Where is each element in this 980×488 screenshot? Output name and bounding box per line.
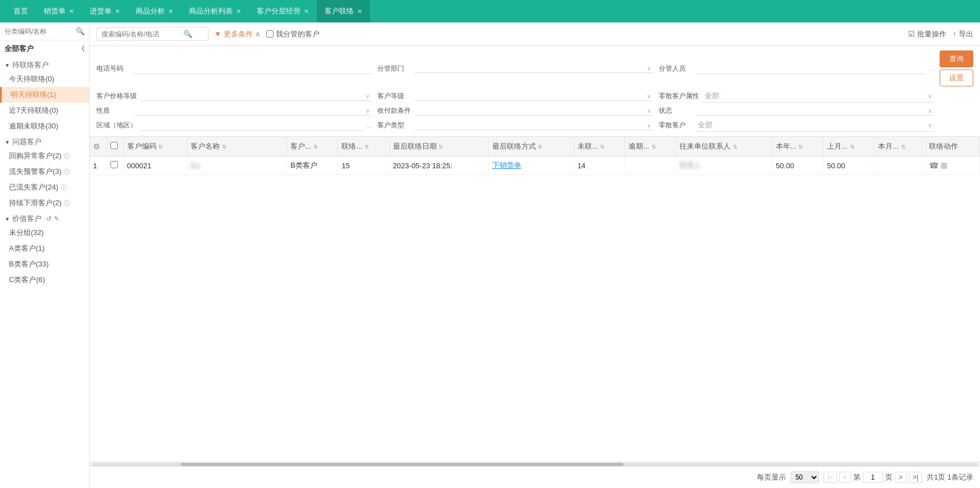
nav-customer-tiering[interactable]: 客户分层经营 ✕ <box>249 0 317 22</box>
customer-level-select[interactable]: ∨ <box>414 92 653 101</box>
refresh-icon[interactable]: ↺ <box>46 215 52 223</box>
more-conditions-btn[interactable]: ▼ 更多条件 ∧ <box>214 29 261 39</box>
sidebar-search-area: 🔍 <box>0 22 89 40</box>
search-input[interactable] <box>101 30 180 38</box>
payment-select[interactable]: ∨ <box>414 107 653 116</box>
contact-action-icon[interactable]: ☎ <box>929 161 939 170</box>
sort-icon-type[interactable]: ⇅ <box>313 144 318 150</box>
sidebar-churn-warning[interactable]: 流失预警客户(3) ⓘ <box>0 164 89 179</box>
search-icon[interactable]: 🔍 <box>183 30 192 38</box>
th-this-month: 本月... ⇅ <box>875 137 926 156</box>
select-all-checkbox[interactable] <box>110 142 118 149</box>
nature-select[interactable]: ∨ <box>133 107 372 116</box>
nav-customer-contact[interactable]: 客户联络 ✕ <box>317 0 370 22</box>
page-size-select[interactable]: 50 100 200 <box>791 471 819 484</box>
more-btn-2[interactable]: ... <box>367 122 372 129</box>
sort-icon-name[interactable]: ⇅ <box>222 144 226 150</box>
nav-product-analysis[interactable]: 商品分析 ✕ <box>128 0 181 22</box>
export-btn[interactable]: ↑ 导出 <box>953 29 974 39</box>
group-problem-customers[interactable]: ▼ 问题客户 <box>0 134 89 148</box>
th-last-date: 最后联络日期 ⇅ <box>389 137 488 156</box>
sidebar-declining[interactable]: 持续下滑客户(2) ⓘ <box>0 195 89 211</box>
row-overdue <box>625 156 676 175</box>
retail-customer-select[interactable]: 全部 ∨ <box>696 119 934 132</box>
nav-product-analysis-close[interactable]: ✕ <box>168 8 173 15</box>
sidebar-a-class[interactable]: A类客户(1) <box>0 241 89 256</box>
sort-icon-code[interactable]: ⇅ <box>158 144 163 150</box>
horizontal-scrollbar[interactable] <box>90 462 980 466</box>
sidebar-repurchase-abnormal[interactable]: 回购异常客户(2) ⓘ <box>0 148 89 164</box>
prev-page-btn[interactable]: < <box>839 472 851 483</box>
sort-icon-method[interactable]: ⇅ <box>538 144 542 150</box>
sort-icon-person[interactable]: ⇅ <box>733 144 737 150</box>
filter-phone: 电话号码 <box>96 63 372 74</box>
filter-row-2: 客户价格等级 ∨ 客户等级 ∨ 零散客户属性 全部 ∨ <box>96 90 973 103</box>
sidebar-ungrouped[interactable]: 未分组(32) <box>0 225 89 241</box>
sort-icon-contact[interactable]: ⇅ <box>364 144 369 150</box>
scrollbar-thumb[interactable] <box>181 463 623 466</box>
scrollbar-track <box>92 463 978 466</box>
sidebar-search-input[interactable] <box>4 27 73 35</box>
dept-select[interactable]: ∨ <box>414 64 653 73</box>
pagination: |< < 第 页 > >| <box>824 472 922 483</box>
nav-sales-order[interactable]: 销货单 ✕ <box>36 0 82 22</box>
my-customers-checkbox[interactable] <box>266 30 274 38</box>
last-page-btn[interactable]: >| <box>909 472 922 483</box>
nav-customer-tiering-close[interactable]: ✕ <box>304 8 309 15</box>
batch-op-btn[interactable]: ☑ 批量操作 <box>908 29 946 39</box>
first-page-btn[interactable]: |< <box>824 472 837 483</box>
sidebar-churned[interactable]: 已流失客户(24) ⓘ <box>0 179 89 195</box>
th-action: 联络动作 <box>926 137 980 156</box>
group-value-customers[interactable]: ▼ 价值客户 ↺ ✎ <box>0 211 89 225</box>
nav-home[interactable]: 首页 <box>6 0 36 22</box>
group-pending-contact[interactable]: ▼ 待联络客户 <box>0 57 89 71</box>
export-icon: ↑ <box>953 30 957 38</box>
row-contact-person: 联系人 <box>676 156 773 175</box>
th-name: 客户名称 ⇅ <box>187 137 287 156</box>
retail-attr-select[interactable]: 全部 ∨ <box>702 90 934 103</box>
edit-icon[interactable]: ✎ <box>54 215 59 223</box>
more-btn-1[interactable]: ... <box>929 65 934 72</box>
sort-icon-no-contact[interactable]: ⇅ <box>600 144 604 150</box>
sort-icon-date[interactable]: ⇅ <box>438 144 443 150</box>
sidebar-search-icon[interactable]: 🔍 <box>76 27 85 35</box>
nav-customer-contact-close[interactable]: ✕ <box>357 8 362 15</box>
nav-product-analysis-list[interactable]: 商品分析列表 ✕ <box>181 0 249 22</box>
filter-status: 状态 ∨ <box>659 106 934 116</box>
sort-icon-overdue[interactable]: ⇅ <box>651 144 656 150</box>
row-select-checkbox[interactable] <box>110 161 118 168</box>
sort-icon-year[interactable]: ⇅ <box>798 144 803 150</box>
phone-input[interactable] <box>133 63 372 74</box>
manager-input[interactable] <box>696 63 926 74</box>
gear-icon[interactable]: ⚙ <box>93 142 100 151</box>
query-button[interactable]: 查询 <box>940 50 973 67</box>
nav-purchase-order-close[interactable]: ✕ <box>115 8 120 15</box>
next-page-btn[interactable]: > <box>895 472 907 483</box>
sidebar-tomorrow-contact[interactable]: 明天待联络(1) <box>0 87 89 103</box>
collapse-icon: 《 <box>78 44 85 54</box>
set-button[interactable]: 设置 <box>940 70 973 86</box>
sidebar-c-class[interactable]: C类客户(6) <box>0 272 89 288</box>
more-action-icon[interactable]: ⊞ <box>941 161 947 170</box>
all-customers-header[interactable]: 全部客户 《 <box>0 40 89 57</box>
sidebar-overdue-contact[interactable]: 逾期未联络(30) <box>0 118 89 134</box>
nav-purchase-order[interactable]: 进货单 ✕ <box>82 0 128 22</box>
customer-type-select[interactable]: ∨ <box>414 121 653 130</box>
filter-manager: 分管人员 ... <box>659 63 934 74</box>
sort-icon-tmonth[interactable]: ⇅ <box>901 144 905 150</box>
sidebar-b-class[interactable]: B类客户(33) <box>0 256 89 272</box>
nav-sales-order-close[interactable]: ✕ <box>69 8 74 15</box>
page-input[interactable] <box>863 472 883 483</box>
row-index: 1 <box>90 156 107 175</box>
sidebar-7days-contact[interactable]: 近7天待联络(0) <box>0 103 89 118</box>
sidebar-today-contact[interactable]: 今天待联络(0) <box>0 71 89 87</box>
th-this-year: 本年... ⇅ <box>772 137 823 156</box>
sort-icon-lmonth[interactable]: ⇅ <box>850 144 854 150</box>
th-no-contact: 未联... ⇅ <box>574 137 625 156</box>
my-customers-toggle[interactable]: 我分管的客户 <box>266 29 320 39</box>
row-checkbox[interactable] <box>107 156 123 175</box>
status-select[interactable]: ∨ <box>696 107 934 116</box>
nav-product-analysis-list-close[interactable]: ✕ <box>236 8 241 15</box>
price-level-select[interactable]: ∨ <box>140 92 372 101</box>
region-input[interactable] <box>140 120 363 131</box>
